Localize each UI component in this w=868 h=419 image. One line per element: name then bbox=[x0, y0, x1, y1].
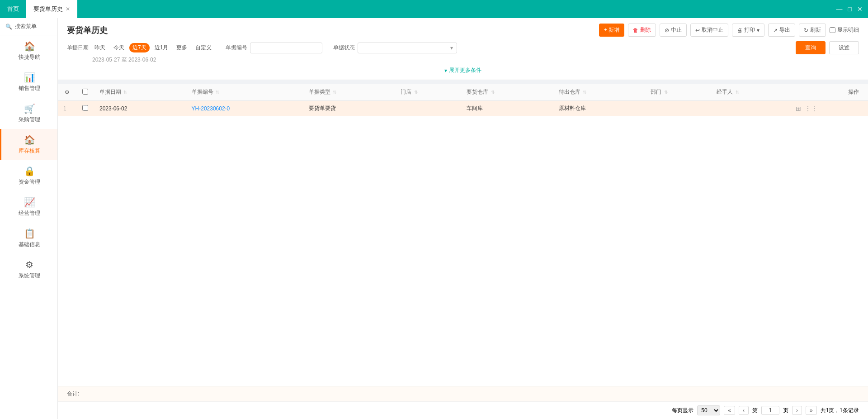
stop-label: 中止 bbox=[671, 26, 682, 34]
sidebar-item-system[interactable]: ⚙ 系统管理 bbox=[0, 254, 57, 285]
sidebar-item-inventory[interactable]: 🏠 库存核算 bbox=[0, 129, 57, 160]
settings-col-header[interactable]: ⚙ bbox=[58, 84, 76, 101]
display-detail-toggle[interactable]: 显示明细 bbox=[830, 26, 859, 34]
print-label: 打印 bbox=[744, 26, 755, 34]
stop-button[interactable]: ⊘ 中止 bbox=[660, 24, 687, 37]
sidebar-item-sales[interactable]: 📊 销售管理 bbox=[0, 67, 57, 98]
print-button[interactable]: 🖨 打印 ▾ bbox=[732, 24, 764, 37]
tab-purchase-history[interactable]: 要货单历史 ✕ bbox=[26, 0, 77, 18]
row-doc-no[interactable]: YH-20230602-0 bbox=[186, 101, 303, 116]
view-action-icon[interactable]: ⊞ bbox=[796, 105, 801, 112]
table-container: ⚙ 单据日期 ⇅ 单据编号 ⇅ bbox=[58, 84, 868, 419]
row-actions: ⊞ ⋮⋮ bbox=[790, 101, 868, 116]
pending-warehouse-col-header[interactable]: 待出仓库 ⇅ bbox=[553, 84, 645, 101]
doc-status-filter-label: 单据状态 bbox=[333, 44, 355, 52]
store-col-label: 门店 bbox=[401, 89, 411, 95]
refresh-button[interactable]: ↻ 刷新 bbox=[799, 24, 826, 37]
doc-status-dropdown-icon: ▾ bbox=[450, 45, 453, 51]
query-button[interactable]: 查询 bbox=[796, 41, 826, 54]
settings-button[interactable]: 设置 bbox=[829, 41, 859, 54]
purchase-icon: 🛒 bbox=[24, 103, 35, 114]
expand-more-label: 展开更多条件 bbox=[449, 67, 481, 74]
toolbar: + 新增 🗑 删除 ⊘ 中止 ↩ 取消中止 🖨 bbox=[599, 24, 859, 37]
last-page-btn[interactable]: » bbox=[806, 406, 817, 415]
date-yesterday[interactable]: 昨天 bbox=[91, 43, 108, 52]
doc-no-filter-group: 单据编号 bbox=[226, 43, 322, 53]
page-label: 第 bbox=[752, 407, 758, 414]
next-page-btn[interactable]: › bbox=[792, 406, 802, 415]
row-checkbox-cell[interactable] bbox=[76, 101, 94, 116]
page-title-row: 要货单历史 + 新增 🗑 删除 ⊘ 中止 ↩ 取消中止 bbox=[67, 24, 859, 37]
sidebar-item-quick-nav-label: 快捷导航 bbox=[19, 53, 40, 61]
cancel-stop-button[interactable]: ↩ 取消中止 bbox=[690, 24, 728, 37]
export-button[interactable]: ↗ 导出 bbox=[768, 24, 795, 37]
close-button[interactable]: ✕ bbox=[857, 5, 863, 13]
total-label: 合计: bbox=[67, 390, 79, 397]
expand-more-btn[interactable]: ▾ 展开更多条件 bbox=[67, 64, 859, 75]
operation-icon: 📈 bbox=[24, 197, 35, 208]
filter-row: 单据日期 昨天 今天 近7天 近1月 更多 自定义 单据编号 bbox=[67, 41, 859, 54]
filter-bar: 单据日期 昨天 今天 近7天 近1月 更多 自定义 单据编号 bbox=[67, 41, 859, 80]
add-label: + 新增 bbox=[604, 26, 619, 34]
per-page-select[interactable]: 50 10 20 100 bbox=[697, 405, 720, 415]
expand-icon: ▾ bbox=[444, 67, 447, 74]
page-header: 要货单历史 + 新增 🗑 删除 ⊘ 中止 ↩ 取消中止 bbox=[58, 18, 868, 80]
sidebar-item-basic[interactable]: 📋 基础信息 bbox=[0, 223, 57, 254]
sales-icon: 📊 bbox=[24, 72, 35, 83]
pending-warehouse-col-label: 待出仓库 bbox=[559, 89, 580, 95]
inventory-icon: 🏠 bbox=[24, 134, 35, 145]
row-checkbox[interactable] bbox=[82, 105, 88, 111]
store-col-header[interactable]: 门店 ⇅ bbox=[395, 84, 461, 101]
date-7days[interactable]: 近7天 bbox=[129, 43, 150, 52]
row-date: 2023-06-02 bbox=[94, 101, 186, 116]
pending-warehouse-sort-icon: ⇅ bbox=[583, 90, 586, 95]
first-page-btn[interactable]: « bbox=[724, 406, 735, 415]
sidebar-item-system-label: 系统管理 bbox=[19, 272, 40, 280]
req-warehouse-sort-icon: ⇅ bbox=[491, 90, 495, 95]
page-title: 要货单历史 bbox=[67, 25, 108, 36]
more-action-icon[interactable]: ⋮⋮ bbox=[805, 105, 817, 112]
minimize-button[interactable]: — bbox=[836, 5, 843, 13]
date-range-text: 2023-05-27 至 2023-06-02 bbox=[92, 57, 156, 63]
date-col-header[interactable]: 单据日期 ⇅ bbox=[94, 84, 186, 101]
tab-list: 首页 要货单历史 ✕ bbox=[0, 0, 831, 18]
tab-purchase-history-close[interactable]: ✕ bbox=[66, 6, 70, 12]
sidebar-item-finance[interactable]: 🔒 资金管理 bbox=[0, 160, 57, 191]
window-controls: — □ ✕ bbox=[831, 5, 868, 13]
filter-actions: 查询 设置 bbox=[796, 41, 859, 54]
finance-icon: 🔒 bbox=[24, 166, 35, 176]
select-all-checkbox[interactable] bbox=[82, 89, 88, 95]
tab-home[interactable]: 首页 bbox=[0, 0, 26, 18]
date-col-label: 单据日期 bbox=[99, 89, 121, 95]
doc-no-input[interactable] bbox=[250, 43, 322, 53]
add-button[interactable]: + 新增 bbox=[599, 24, 624, 37]
sidebar-item-quick-nav[interactable]: 🏠 快捷导航 bbox=[0, 35, 57, 67]
doc-status-select[interactable]: ▾ bbox=[358, 43, 457, 53]
req-warehouse-col-header[interactable]: 要货仓库 ⇅ bbox=[461, 84, 553, 101]
display-detail-checkbox-input[interactable] bbox=[830, 27, 835, 33]
doc-no-col-header[interactable]: 单据编号 ⇅ bbox=[186, 84, 303, 101]
sidebar-item-operation[interactable]: 📈 经营管理 bbox=[0, 191, 57, 223]
date-range-display: 2023-05-27 至 2023-06-02 bbox=[67, 56, 859, 64]
doc-no-link[interactable]: YH-20230602-0 bbox=[192, 105, 230, 112]
date-1month[interactable]: 近1月 bbox=[151, 43, 172, 52]
date-today[interactable]: 今天 bbox=[110, 43, 127, 52]
dept-col-header[interactable]: 部门 ⇅ bbox=[645, 84, 711, 101]
sidebar-item-purchase[interactable]: 🛒 采购管理 bbox=[0, 98, 57, 129]
maximize-button[interactable]: □ bbox=[848, 5, 852, 13]
date-sort-icon: ⇅ bbox=[123, 90, 127, 95]
page-input[interactable] bbox=[761, 406, 779, 415]
row-dept bbox=[645, 101, 711, 116]
delete-label: 删除 bbox=[640, 26, 651, 34]
checkbox-col-header[interactable] bbox=[76, 84, 94, 101]
row-handler bbox=[711, 101, 790, 116]
search-menu[interactable]: 🔍 搜索菜单 bbox=[0, 18, 57, 35]
doc-type-col-header[interactable]: 单据类型 ⇅ bbox=[303, 84, 395, 101]
prev-page-btn[interactable]: ‹ bbox=[739, 406, 749, 415]
date-more[interactable]: 更多 bbox=[173, 43, 190, 52]
date-shortcuts: 昨天 今天 近7天 近1月 更多 自定义 bbox=[91, 43, 215, 52]
sidebar-item-sales-label: 销售管理 bbox=[19, 85, 40, 92]
delete-button[interactable]: 🗑 删除 bbox=[628, 24, 656, 37]
date-custom[interactable]: 自定义 bbox=[192, 43, 215, 52]
handler-col-header[interactable]: 经手人 ⇅ bbox=[711, 84, 790, 101]
